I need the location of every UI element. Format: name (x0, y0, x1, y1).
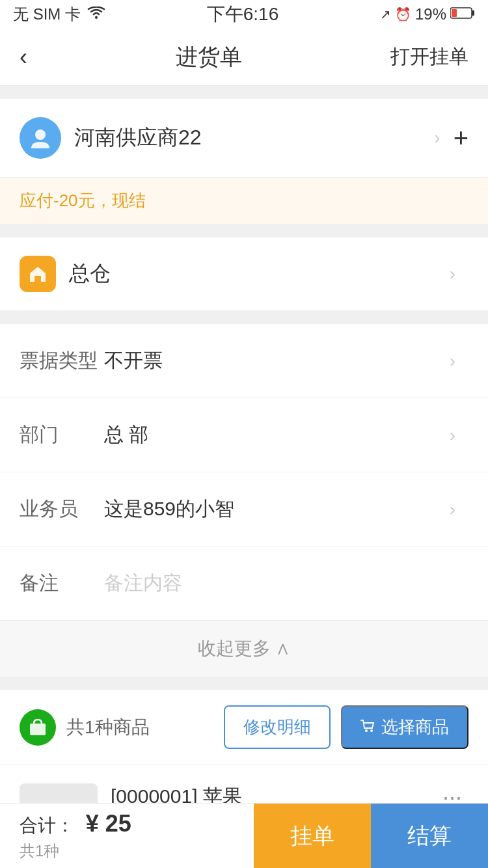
status-bar: 无 SIM 卡 下午6:16 ↗ ⏰ 19% (0, 0, 488, 29)
hold-button[interactable]: 挂单 (254, 804, 371, 869)
bottom-bar: 合计： ¥ 25 共1种 挂单 结算 (0, 803, 488, 868)
warehouse-icon (20, 256, 56, 292)
add-button[interactable]: + (454, 124, 468, 153)
supplier-row[interactable]: 河南供应商22 › + (0, 99, 488, 178)
open-hold-button[interactable]: 打开挂单 (390, 44, 468, 70)
warehouse-name: 总仓 (69, 260, 450, 288)
dept-value: 总 部 (104, 422, 450, 448)
salesman-value: 这是859的小智 (104, 496, 450, 522)
salesman-arrow: › (450, 499, 455, 520)
salesman-label: 业务员 (20, 496, 104, 522)
svg-rect-6 (30, 724, 46, 735)
total-area: 合计： ¥ 25 共1种 (0, 810, 254, 861)
page-title: 进货单 (176, 42, 242, 72)
nav-bar: ‹ 进货单 打开挂单 (0, 29, 488, 86)
svg-rect-2 (472, 10, 474, 16)
dept-label: 部门 (20, 422, 104, 448)
supplier-name: 河南供应商22 (74, 124, 434, 152)
supplier-arrow: › (434, 128, 440, 148)
battery-icon (450, 5, 475, 23)
alarm-icon: ⏰ (395, 7, 411, 22)
invoice-label: 票据类型 (20, 347, 104, 374)
remark-label: 备注 (20, 570, 104, 597)
invoice-value: 不开票 (104, 347, 450, 374)
invoice-arrow: › (450, 351, 455, 372)
dept-arrow: › (450, 425, 455, 446)
svg-point-4 (35, 129, 46, 140)
divider-4 (0, 677, 488, 690)
supplier-avatar (20, 117, 61, 159)
invoice-row[interactable]: 票据类型 不开票 › (0, 323, 488, 398)
product-count: 共1种商品 (66, 715, 213, 740)
battery-text: 19% (415, 5, 446, 23)
salesman-row[interactable]: 业务员 这是859的小智 › (0, 472, 488, 546)
remark-row[interactable]: 备注 备注内容 (0, 546, 488, 620)
warehouse-row[interactable]: 总仓 › (0, 237, 488, 310)
back-button[interactable]: ‹ (20, 44, 27, 71)
carrier-text: 无 SIM 卡 (13, 4, 81, 25)
warehouse-section: 总仓 › (0, 237, 488, 310)
form-section: 票据类型 不开票 › 部门 总 部 › 业务员 这是859的小智 › 备注 备注… (0, 323, 488, 620)
status-carrier: 无 SIM 卡 (13, 4, 105, 25)
status-indicators: ↗ ⏰ 19% (380, 5, 475, 23)
divider-1 (0, 86, 488, 99)
select-product-label: 选择商品 (381, 716, 449, 739)
product-header: 共1种商品 修改明细 选择商品 (0, 690, 488, 765)
svg-rect-3 (452, 9, 457, 17)
total-label: 合计： (20, 815, 74, 835)
checkout-button[interactable]: 结算 (371, 804, 488, 869)
svg-point-7 (365, 729, 368, 732)
svg-rect-5 (34, 276, 41, 282)
status-time: 下午6:16 (207, 2, 279, 27)
edit-detail-button[interactable]: 修改明细 (224, 705, 331, 749)
svg-point-0 (95, 16, 98, 19)
collapse-row[interactable]: 收起更多 ∧ (0, 620, 488, 677)
location-icon: ↗ (380, 7, 391, 22)
divider-2 (0, 224, 488, 237)
info-banner: 应付-20元，现结 (0, 178, 488, 224)
product-section-icon (20, 709, 56, 746)
select-product-button[interactable]: 选择商品 (341, 705, 468, 749)
supplier-section: 河南供应商22 › + 应付-20元，现结 (0, 99, 488, 224)
total-sub: 共1种 (20, 841, 234, 861)
svg-point-8 (370, 729, 373, 732)
cart-icon (360, 717, 376, 737)
warehouse-arrow: › (450, 264, 455, 284)
dept-row[interactable]: 部门 总 部 › (0, 398, 488, 472)
total-amount: ¥ 25 (86, 810, 131, 837)
remark-placeholder: 备注内容 (104, 570, 468, 597)
wifi-icon (87, 5, 105, 23)
divider-3 (0, 310, 488, 323)
total-line: 合计： ¥ 25 (20, 810, 234, 838)
